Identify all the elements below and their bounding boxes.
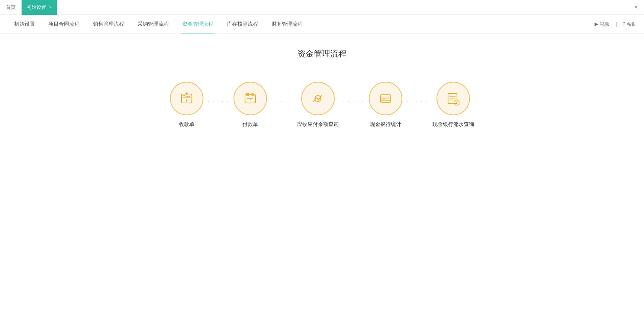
- nav-right: ▶ 视频 | ? 帮助: [595, 21, 637, 28]
- nav-item-caiwuguanli[interactable]: 财务管理流程: [265, 15, 309, 33]
- divider: |: [615, 21, 616, 27]
- fukuandan-icon: ¥: [242, 90, 258, 107]
- close-tab-button[interactable]: ×: [49, 5, 52, 10]
- svg-rect-12: [380, 95, 391, 102]
- nav-item-xiaoshouguanli[interactable]: 销售管理流程: [86, 15, 131, 33]
- home-link[interactable]: 首页: [0, 4, 22, 11]
- svg-rect-16: [383, 98, 385, 100]
- video-link[interactable]: ▶ 视频: [595, 21, 609, 28]
- connector-4: · · · · ·: [402, 99, 432, 104]
- nav-item-xiangmuhetong[interactable]: 项目合同流程: [42, 15, 86, 33]
- flow-row: ¥ 收款单 · · · · · ¥ 付款单: [7, 82, 637, 128]
- nav-item-chushishezhi[interactable]: 初始设置: [7, 15, 42, 33]
- connector-1: · · · · ·: [203, 99, 234, 104]
- flow-item-fukuandan[interactable]: ¥ 付款单: [234, 82, 267, 128]
- svg-text:¥: ¥: [249, 97, 251, 101]
- active-tab[interactable]: 初始设置 ×: [22, 0, 57, 15]
- bank-icon-circle: [369, 82, 402, 115]
- question-icon: ?: [623, 21, 625, 27]
- shoukuandan-icon: ¥: [178, 90, 195, 107]
- flow-item-shoukuandan[interactable]: ¥ 收款单: [170, 82, 203, 128]
- flow-item-bank[interactable]: 现金银行统计: [369, 82, 402, 128]
- fukuandan-label: 付款单: [242, 121, 258, 128]
- video-label: 视频: [600, 21, 609, 28]
- shoukuandan-label: 收款单: [179, 121, 194, 128]
- nav-item-zijinguanli[interactable]: 资金管理流程: [176, 15, 220, 33]
- statement-label: 现金银行流水查询: [432, 121, 474, 128]
- fukuandan-icon-circle: ¥: [234, 82, 267, 115]
- statement-icon: ¥: [445, 90, 461, 107]
- svg-text:¥: ¥: [186, 99, 187, 103]
- active-tab-label: 初始设置: [27, 4, 46, 11]
- nav-item-caigouguanli[interactable]: 采购管理流程: [131, 15, 176, 33]
- top-bar-right: ×: [634, 3, 644, 11]
- svg-text:¥: ¥: [456, 101, 457, 105]
- balance-icon: ¥: [310, 90, 326, 107]
- bank-label: 现金银行统计: [370, 121, 401, 128]
- flow-item-balance[interactable]: ¥ 应收应付余额查询: [297, 82, 339, 128]
- svg-rect-1: [183, 96, 185, 98]
- close-window-button[interactable]: ×: [634, 3, 638, 11]
- flow-item-statement[interactable]: ¥ 现金银行流水查询: [432, 82, 474, 128]
- shoukuandan-icon-circle: ¥: [170, 82, 203, 115]
- balance-label: 应收应付余额查询: [297, 121, 339, 128]
- top-bar: 首页 初始设置 × ×: [0, 0, 644, 15]
- help-label: 帮助: [627, 21, 637, 28]
- connector-3: · · · · ·: [339, 99, 369, 104]
- statement-icon-circle: ¥: [437, 82, 470, 115]
- bank-icon: [377, 90, 394, 107]
- svg-text:¥: ¥: [317, 97, 319, 101]
- help-link[interactable]: ? 帮助: [623, 21, 637, 28]
- play-icon: ▶: [595, 21, 598, 27]
- nav-bar: 初始设置 项目合同流程 销售管理流程 采购管理流程 资金管理流程 库存核算流程 …: [0, 15, 644, 33]
- balance-icon-circle: ¥: [301, 82, 335, 115]
- nav-item-kucunhesuan[interactable]: 库存核算流程: [220, 15, 265, 33]
- main-content: 资金管理流程 ¥ 收款单 · · · · ·: [0, 33, 644, 143]
- page-title: 资金管理流程: [7, 48, 637, 59]
- connector-2: · · · · ·: [267, 99, 297, 104]
